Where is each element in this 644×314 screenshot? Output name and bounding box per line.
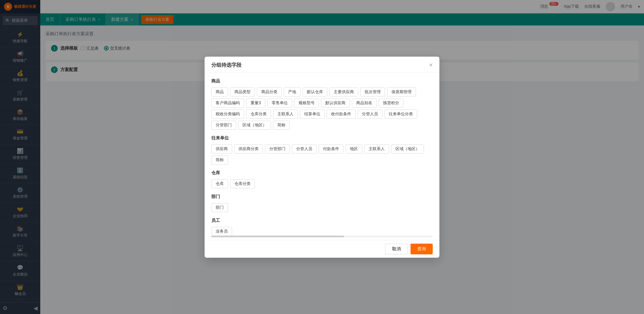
modal-footer: 取消 查询 bbox=[205, 240, 439, 258]
field-tag-0-24[interactable]: 简称 bbox=[273, 121, 290, 130]
modal-body: 商品商品商品类型商品分类产地默认仓库主要供应商批次管理保质期管理客户商品编码重量… bbox=[205, 73, 439, 236]
field-group-2: 仓库仓库仓库分类 bbox=[211, 170, 433, 188]
field-tags-1: 供应商供应商分类分管部门分管人员付款条件地区主联系人区域（地区）简称 bbox=[211, 144, 433, 165]
field-tag-1-4[interactable]: 付款条件 bbox=[319, 144, 343, 153]
field-tag-0-20[interactable]: 分管人员 bbox=[358, 110, 382, 119]
field-tag-1-2[interactable]: 分管部门 bbox=[265, 144, 290, 153]
field-tag-0-8[interactable]: 客户商品编码 bbox=[211, 99, 244, 108]
field-tag-0-5[interactable]: 主要供应商 bbox=[329, 87, 358, 97]
field-tag-1-5[interactable]: 地区 bbox=[345, 144, 362, 153]
field-group-3: 部门部门 bbox=[211, 194, 433, 212]
field-group-0: 商品商品商品类型商品分类产地默认仓库主要供应商批次管理保质期管理客户商品编码重量… bbox=[211, 78, 433, 130]
field-tag-1-8[interactable]: 简称 bbox=[211, 155, 228, 165]
field-tag-0-22[interactable]: 分管部门 bbox=[211, 121, 236, 130]
field-tag-0-7[interactable]: 保质期管理 bbox=[387, 87, 416, 97]
field-group-title-0: 商品 bbox=[211, 78, 433, 84]
field-tag-3-0[interactable]: 部门 bbox=[211, 203, 228, 212]
field-tag-4-0[interactable]: 业务员 bbox=[211, 227, 232, 236]
field-tags-4: 业务员 bbox=[211, 227, 433, 236]
field-tag-0-2[interactable]: 商品分类 bbox=[257, 87, 282, 97]
field-group-title-4: 员工 bbox=[211, 217, 433, 224]
horizontal-scrollbar[interactable] bbox=[211, 236, 433, 237]
field-tag-0-4[interactable]: 默认仓库 bbox=[303, 87, 327, 97]
field-tag-1-6[interactable]: 主联系人 bbox=[364, 144, 389, 153]
field-tag-1-1[interactable]: 供应商分类 bbox=[234, 144, 263, 153]
modal-header: 分组待选字段 × bbox=[205, 57, 439, 73]
field-tag-0-1[interactable]: 商品类型 bbox=[230, 87, 255, 97]
field-tag-0-13[interactable]: 商品别名 bbox=[352, 99, 377, 108]
field-tag-0-15[interactable]: 税收分类编码 bbox=[211, 110, 244, 119]
field-tags-3: 部门 bbox=[211, 203, 433, 212]
field-tags-2: 仓库仓库分类 bbox=[211, 179, 433, 188]
field-tag-0-0[interactable]: 商品 bbox=[211, 87, 228, 97]
field-group-title-3: 部门 bbox=[211, 194, 433, 200]
field-group-title-2: 仓库 bbox=[211, 170, 433, 176]
field-tag-0-23[interactable]: 区域（地区） bbox=[238, 121, 271, 130]
field-tag-0-11[interactable]: 规格型号 bbox=[294, 99, 319, 108]
field-group-4: 员工业务员 bbox=[211, 217, 433, 236]
modal-overlay: 分组待选字段 × 商品商品商品类型商品分类产地默认仓库主要供应商批次管理保质期管… bbox=[0, 0, 644, 314]
field-tag-0-12[interactable]: 默认供应商 bbox=[321, 99, 350, 108]
modal-close-button[interactable]: × bbox=[429, 62, 433, 68]
field-tag-0-18[interactable]: 结算单位 bbox=[300, 110, 325, 119]
field-tag-0-19[interactable]: 收付款条件 bbox=[327, 110, 356, 119]
field-tag-0-14[interactable]: 拣货积分 bbox=[379, 99, 404, 108]
modal-title: 分组待选字段 bbox=[211, 62, 241, 68]
field-tags-0: 商品商品类型商品分类产地默认仓库主要供应商批次管理保质期管理客户商品编码重量3零… bbox=[211, 87, 433, 130]
field-tag-2-0[interactable]: 仓库 bbox=[211, 179, 228, 188]
field-tag-0-6[interactable]: 批次管理 bbox=[360, 87, 385, 97]
field-tag-0-3[interactable]: 产地 bbox=[284, 87, 301, 97]
field-tag-1-0[interactable]: 供应商 bbox=[211, 144, 232, 153]
field-tag-0-16[interactable]: 仓库分类 bbox=[246, 110, 271, 119]
field-tag-0-17[interactable]: 主联系人 bbox=[273, 110, 298, 119]
field-tag-1-7[interactable]: 区域（地区） bbox=[391, 144, 424, 153]
field-tag-2-1[interactable]: 仓库分类 bbox=[230, 179, 255, 188]
modal: 分组待选字段 × 商品商品商品类型商品分类产地默认仓库主要供应商批次管理保质期管… bbox=[205, 57, 439, 258]
field-tag-1-3[interactable]: 分管人员 bbox=[292, 144, 317, 153]
field-tag-0-10[interactable]: 零售单位 bbox=[267, 99, 292, 108]
cancel-button[interactable]: 取消 bbox=[385, 244, 408, 254]
field-tag-0-9[interactable]: 重量3 bbox=[246, 99, 265, 108]
field-group-title-1: 往来单位 bbox=[211, 135, 433, 141]
field-group-1: 往来单位供应商供应商分类分管部门分管人员付款条件地区主联系人区域（地区）简称 bbox=[211, 135, 433, 165]
scrollbar-thumb bbox=[211, 236, 344, 237]
field-tag-0-21[interactable]: 往来单位分类 bbox=[384, 110, 417, 119]
confirm-button[interactable]: 查询 bbox=[411, 244, 433, 254]
